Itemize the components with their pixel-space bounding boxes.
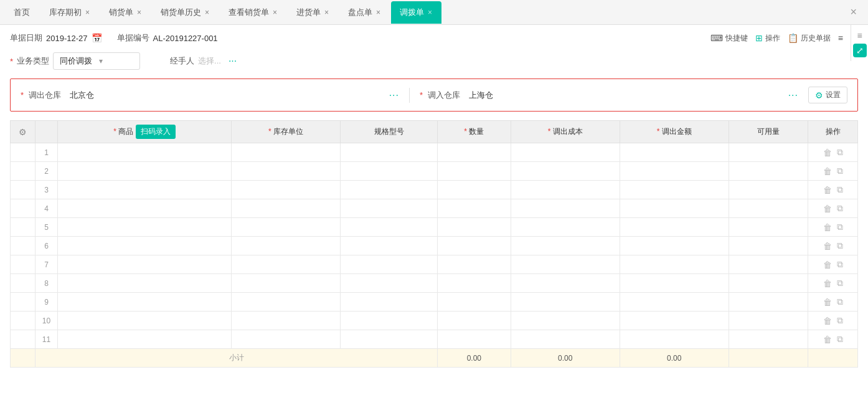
tab-home[interactable]: 首页 <box>5 1 39 24</box>
tab-sales[interactable]: 销货单 × <box>100 1 151 24</box>
copy-icon-9[interactable]: ⧉ <box>837 297 843 307</box>
row-spec-6[interactable] <box>341 237 438 255</box>
tab-purchase-close[interactable]: × <box>324 8 329 17</box>
tab-bar-close-all[interactable]: × <box>844 6 863 19</box>
tab-inventory-check-close[interactable]: × <box>376 8 380 17</box>
copy-icon-10[interactable]: ⧉ <box>837 315 843 326</box>
row-qty-7[interactable] <box>438 255 511 274</box>
tab-sales-history[interactable]: 销货单历史 × <box>152 1 219 24</box>
row-cost-10[interactable] <box>511 312 620 330</box>
layout-list-btn[interactable]: ≡ <box>838 33 843 43</box>
row-qty-8[interactable] <box>438 274 511 293</box>
row-unit-4[interactable] <box>232 199 341 218</box>
delete-icon-8[interactable]: 🗑 <box>823 278 832 288</box>
row-amount-7[interactable] <box>620 255 729 274</box>
delete-icon-4[interactable]: 🗑 <box>823 204 832 214</box>
operation-btn[interactable]: ⊞ 操作 <box>755 33 780 44</box>
row-amount-10[interactable] <box>620 312 729 330</box>
delete-icon-1[interactable]: 🗑 <box>823 148 832 158</box>
settings-button[interactable]: ⚙ 设置 <box>808 87 847 103</box>
tab-inventory-check[interactable]: 盘点单 × <box>339 1 390 24</box>
row-spec-2[interactable] <box>341 162 438 181</box>
table-gear-icon[interactable]: ⚙ <box>19 127 27 137</box>
warehouse-out-dots[interactable]: ··· <box>389 90 399 101</box>
row-amount-2[interactable] <box>620 162 729 181</box>
row-spec-11[interactable] <box>341 330 438 349</box>
row-goods-4[interactable] <box>58 199 232 218</box>
row-qty-11[interactable] <box>438 330 511 349</box>
tab-view-sales-close[interactable]: × <box>273 8 277 17</box>
shortcuts-btn[interactable]: ⌨ 快捷键 <box>710 33 748 44</box>
row-cost-9[interactable] <box>511 293 620 312</box>
copy-icon-5[interactable]: ⧉ <box>837 222 843 232</box>
row-goods-3[interactable] <box>58 181 232 199</box>
tab-sales-close[interactable]: × <box>137 8 141 17</box>
row-qty-3[interactable] <box>438 181 511 199</box>
row-qty-6[interactable] <box>438 237 511 255</box>
row-amount-9[interactable] <box>620 293 729 312</box>
row-cost-6[interactable] <box>511 237 620 255</box>
row-unit-2[interactable] <box>232 162 341 181</box>
biz-type-select[interactable]: 同价调拨 ▾ <box>53 52 140 70</box>
row-goods-11[interactable] <box>58 330 232 349</box>
row-unit-9[interactable] <box>232 293 341 312</box>
row-cost-3[interactable] <box>511 181 620 199</box>
row-goods-6[interactable] <box>58 237 232 255</box>
row-amount-5[interactable] <box>620 218 729 237</box>
delete-icon-11[interactable]: 🗑 <box>823 335 832 345</box>
tab-sales-history-close[interactable]: × <box>205 8 209 17</box>
row-amount-1[interactable] <box>620 143 729 162</box>
row-amount-8[interactable] <box>620 274 729 293</box>
row-spec-8[interactable] <box>341 274 438 293</box>
row-unit-6[interactable] <box>232 237 341 255</box>
delete-icon-3[interactable]: 🗑 <box>823 185 832 195</box>
row-goods-9[interactable] <box>58 293 232 312</box>
row-cost-7[interactable] <box>511 255 620 274</box>
row-unit-10[interactable] <box>232 312 341 330</box>
warehouse-in-dots[interactable]: ··· <box>788 90 798 101</box>
row-cost-11[interactable] <box>511 330 620 349</box>
delete-icon-9[interactable]: 🗑 <box>823 297 832 307</box>
row-spec-7[interactable] <box>341 255 438 274</box>
row-cost-8[interactable] <box>511 274 620 293</box>
row-goods-2[interactable] <box>58 162 232 181</box>
sidebar-list-icon[interactable]: ≡ <box>853 29 867 42</box>
tab-inventory-init-close[interactable]: × <box>85 8 90 17</box>
row-cost-1[interactable] <box>511 143 620 162</box>
row-amount-6[interactable] <box>620 237 729 255</box>
row-qty-10[interactable] <box>438 312 511 330</box>
row-amount-3[interactable] <box>620 181 729 199</box>
row-spec-4[interactable] <box>341 199 438 218</box>
row-qty-9[interactable] <box>438 293 511 312</box>
copy-icon-1[interactable]: ⧉ <box>837 147 843 158</box>
row-qty-5[interactable] <box>438 218 511 237</box>
row-qty-2[interactable] <box>438 162 511 181</box>
row-spec-10[interactable] <box>341 312 438 330</box>
copy-icon-2[interactable]: ⧉ <box>837 166 843 176</box>
row-spec-1[interactable] <box>341 143 438 162</box>
row-amount-11[interactable] <box>620 330 729 349</box>
tab-transfer-close[interactable]: × <box>428 8 432 17</box>
row-cost-4[interactable] <box>511 199 620 218</box>
delete-icon-6[interactable]: 🗑 <box>823 241 832 251</box>
copy-icon-6[interactable]: ⧉ <box>837 240 843 251</box>
row-qty-1[interactable] <box>438 143 511 162</box>
delete-icon-10[interactable]: 🗑 <box>823 316 832 326</box>
delete-icon-2[interactable]: 🗑 <box>823 166 832 176</box>
history-btn[interactable]: 📋 历史单据 <box>788 33 831 44</box>
tab-view-sales[interactable]: 查看销货单 × <box>220 1 286 24</box>
copy-icon-11[interactable]: ⧉ <box>837 334 843 345</box>
row-goods-1[interactable] <box>58 143 232 162</box>
person-placeholder[interactable]: 选择... <box>198 55 221 67</box>
row-unit-3[interactable] <box>232 181 341 199</box>
row-goods-10[interactable] <box>58 312 232 330</box>
row-unit-5[interactable] <box>232 218 341 237</box>
delete-icon-7[interactable]: 🗑 <box>823 260 832 270</box>
person-dots[interactable]: ··· <box>229 55 237 67</box>
row-unit-11[interactable] <box>232 330 341 349</box>
copy-icon-7[interactable]: ⧉ <box>837 259 843 270</box>
tab-inventory-init[interactable]: 库存期初 × <box>40 1 99 24</box>
row-amount-4[interactable] <box>620 199 729 218</box>
row-spec-9[interactable] <box>341 293 438 312</box>
tab-purchase[interactable]: 进货单 × <box>288 1 338 24</box>
